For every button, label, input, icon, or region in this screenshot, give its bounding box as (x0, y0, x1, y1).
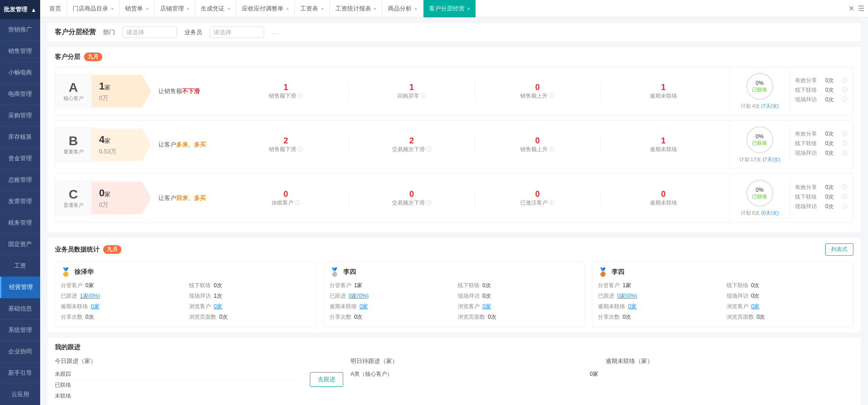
today-follow-card: 今日跟进（家） 未跟踪 已联络 未联络 (55, 357, 303, 401)
info-icon[interactable]: ⓘ (298, 92, 303, 100)
sidebar-item-企业协同[interactable]: 企业协同 (0, 341, 40, 363)
list-view-btn[interactable]: 列表式 (825, 243, 853, 256)
tier-row-C: C 普通客户 0家 0万 让客户回来、多买 0 休眠客户ⓘ 0 交易频次下滑ⓘ … (55, 174, 853, 222)
sidebar-item-资金管理[interactable]: 资金管理 (0, 148, 40, 169)
tab-销货单[interactable]: 销货单× (120, 0, 154, 17)
dept-select[interactable]: 请选择 (122, 26, 177, 38)
tier-row-A: A 核心客户 1家 0万 让销售额不下滑 1 销售额下滑ⓘ 1 回购异常ⓘ 0 … (55, 67, 853, 116)
sidebar-header[interactable]: 批发管理 ▲ (0, 0, 40, 19)
biz-card-0: 🥇 徐泽华 分管客户 0家 线下联络 0次 已跟进 1家(0%) 现场拜访 1次… (55, 261, 316, 327)
sidebar-item-营销推广[interactable]: 营销推广 (0, 19, 40, 41)
tab-店铺管理[interactable]: 店铺管理× (155, 0, 195, 17)
sidebar-item-经营管理[interactable]: 经营管理 (0, 277, 40, 298)
follow-row-1: 未跟踪 (55, 369, 303, 380)
sidebar-item-系统管理[interactable]: 系统管理 (0, 320, 40, 341)
follow-section: 我的跟进 今日跟进（家） 未跟踪 已联络 未联络 (47, 338, 861, 405)
tab-close-icon[interactable]: × (374, 6, 376, 11)
info-icon[interactable]: ⓘ (295, 199, 300, 207)
biz-title: 业务员数据统计 九月 (55, 245, 121, 254)
tab-end-controls[interactable]: ✕☰ (848, 4, 864, 13)
biz-row: 分管客户 1家 (598, 282, 719, 289)
biz-card-header-1: 🥈 李四 (329, 267, 579, 277)
tab-close-icon[interactable]: × (187, 6, 189, 11)
info-icon[interactable]: ⓘ (426, 146, 432, 153)
tab-close-icon[interactable]: × (321, 6, 324, 11)
tab-close-icon[interactable]: × (146, 6, 148, 11)
info-icon[interactable]: ⓘ (549, 199, 554, 207)
overdue-follow-title: 逾期未联络（家） (606, 357, 853, 365)
dept-label: 部门 (103, 28, 115, 37)
biz-grid-0: 分管客户 0家 线下联络 0次 已跟进 1家(0%) 现场拜访 1次 逾期未联络… (61, 282, 310, 321)
info-icon[interactable]: ⓘ (842, 140, 847, 147)
biz-row: 已跟进 1家(0%) (61, 292, 182, 300)
overdue-follow-card: 逾期未联络（家） (606, 357, 853, 369)
biz-row: 线下联络 0次 (458, 282, 579, 289)
biz-row: 现场拜访 0次 (727, 292, 847, 300)
follow-title: 我的跟进 (55, 343, 853, 352)
info-icon[interactable]: ⓘ (842, 96, 847, 104)
customer-section-title: 客户分层 九月 (55, 53, 853, 61)
tier-contact-B: 0% 已联络 计划 17次 (7天/次) (730, 121, 789, 168)
info-icon[interactable]: ⓘ (842, 77, 847, 84)
tab-close-icon[interactable]: × (467, 6, 470, 11)
tab-商品分析[interactable]: 商品分析× (382, 0, 423, 17)
info-icon[interactable]: ⓘ (298, 146, 303, 153)
sidebar-item-云应用[interactable]: 云应用 (0, 384, 40, 405)
sidebar-item-固定资产[interactable]: 固定资产 (0, 234, 40, 255)
tab-close-icon[interactable]: × (286, 6, 289, 11)
biz-row: 已跟进 0家(0%) (598, 292, 719, 300)
medal-icon: 🥇 (61, 267, 71, 277)
tab-应收应付调整单[interactable]: 应收应付调整单× (236, 0, 295, 17)
staff-select[interactable]: 请选择 (209, 26, 264, 38)
sidebar-item-工资[interactable]: 工资 (0, 255, 40, 277)
main-area: 首页门店商品目录×销货单×店铺管理×生成凭证×应收应付调整单×工资表×工资统计报… (40, 0, 868, 405)
sidebar-item-销售管理[interactable]: 销售管理 (0, 41, 40, 62)
info-icon[interactable]: ⓘ (842, 86, 847, 94)
stat1-C: 0 休眠客户ⓘ (223, 189, 349, 207)
tab-门店商品目录[interactable]: 门店商品目录× (67, 0, 120, 17)
info-icon[interactable]: ⓘ (842, 203, 847, 210)
sidebar-item-采购管理[interactable]: 采购管理 (0, 105, 40, 126)
biz-row: 现场拜访 1次 (189, 292, 310, 300)
sidebar-toggle-icon[interactable]: ▲ (31, 6, 37, 13)
staff-label: 业务员 (184, 28, 202, 37)
tab-close-icon[interactable]: × (111, 6, 114, 11)
tier-extra-A: 有效分享0次ⓘ线下联络0次ⓘ现场拜访0次ⓘ (789, 71, 853, 111)
tier-stats-A: 1 销售额下滑ⓘ 1 回购异常ⓘ 0 销售额上升ⓘ 1 逾期未联络 (220, 77, 730, 105)
stat1-B: 2 销售额下滑ⓘ (223, 136, 349, 153)
sidebar-item-税务管理[interactable]: 税务管理 (0, 212, 40, 234)
biz-row: 逾期未联络 0家 (61, 303, 182, 310)
info-icon[interactable]: ⓘ (842, 184, 847, 191)
sidebar: 批发管理 ▲ 营销推广销售管理小畅电商电商管理采购管理库存核算资金管理总账管理发… (0, 0, 40, 405)
page-title: 客户分层经营 (55, 28, 96, 37)
biz-row: 浏览页面数 0次 (727, 313, 847, 321)
sidebar-item-发票管理[interactable]: 发票管理 (0, 191, 40, 212)
more-filter[interactable]: ... (272, 29, 279, 36)
tab-工资表[interactable]: 工资表× (295, 0, 329, 17)
goto-follow-btn[interactable]: 去跟进 (310, 372, 343, 387)
tab-工资统计报表[interactable]: 工资统计报表× (330, 0, 382, 17)
sidebar-item-总账管理[interactable]: 总账管理 (0, 169, 40, 191)
biz-staff-name: 徐泽华 (74, 268, 94, 276)
info-icon[interactable]: ⓘ (421, 92, 426, 100)
tab-more-icon[interactable]: ☰ (858, 4, 864, 13)
sidebar-item-电商管理[interactable]: 电商管理 (0, 84, 40, 105)
info-icon[interactable]: ⓘ (549, 92, 554, 100)
tab-首页[interactable]: 首页 (44, 0, 67, 17)
sidebar-item-基础信息[interactable]: 基础信息 (0, 298, 40, 320)
stat4-C: 0 逾期未联络 (601, 189, 726, 207)
info-icon[interactable]: ⓘ (842, 149, 847, 157)
tab-客户分层经营[interactable]: 客户分层经营× (424, 0, 476, 17)
tab-close-icon[interactable]: × (414, 6, 417, 11)
info-icon[interactable]: ⓘ (426, 199, 432, 207)
sidebar-item-新手引导[interactable]: 新手引导 (0, 363, 40, 384)
tab-close-icon[interactable]: × (227, 6, 230, 11)
sidebar-item-小畅电商[interactable]: 小畅电商 (0, 62, 40, 84)
tab-生成凭证[interactable]: 生成凭证× (195, 0, 236, 17)
tab-close-all-icon[interactable]: ✕ (848, 4, 854, 13)
info-icon[interactable]: ⓘ (842, 130, 847, 138)
info-icon[interactable]: ⓘ (549, 146, 554, 153)
biz-row: 分享次数 0次 (598, 313, 719, 321)
info-icon[interactable]: ⓘ (842, 193, 847, 201)
sidebar-item-库存核算[interactable]: 库存核算 (0, 126, 40, 148)
